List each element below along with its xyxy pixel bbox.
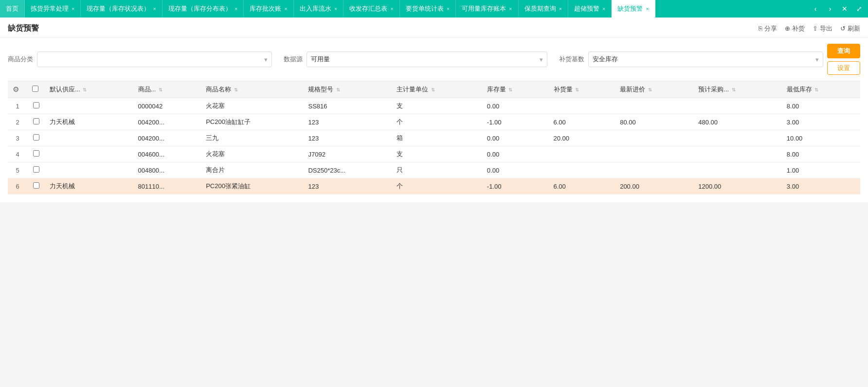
row-number: 6 [8, 178, 27, 194]
close-icon[interactable]: × [390, 6, 393, 12]
cell-latest-price: 200.00 [615, 178, 693, 194]
close-icon[interactable]: × [235, 6, 237, 12]
row-checkbox-cell [27, 146, 45, 162]
cell-spec: 123 [303, 130, 392, 146]
row-checkbox[interactable] [33, 102, 39, 108]
close-icon[interactable]: × [284, 6, 287, 12]
nav-tab-picking[interactable]: 拣货异常处理 × [25, 0, 81, 18]
nav-tab-stock2[interactable]: 现存量（库存分布表） × [163, 0, 244, 18]
close-icon[interactable]: × [559, 6, 562, 12]
close-icon[interactable]: × [509, 6, 512, 12]
header-actions: ⎘ 分享 ⊕ 补货 ⇧ 导出 ↺ 刷新 [759, 24, 860, 33]
sort-icon: ⇅ [732, 87, 736, 92]
cell-name: PC200张紧油缸 [201, 178, 303, 194]
category-select[interactable]: ▾ [37, 52, 272, 67]
select-all-checkbox[interactable] [32, 86, 38, 92]
column-stock[interactable]: 库存量 ⇅ [482, 81, 549, 98]
nav-tab-expiry[interactable]: 保质期查询 × [519, 0, 568, 18]
sort-icon: ⇅ [575, 87, 579, 92]
nav-prev-button[interactable]: ‹ [809, 2, 822, 16]
column-replenish[interactable]: 补货量 ⇅ [549, 81, 615, 98]
table-header-row: ⚙ 默认供应... ⇅ 商品... ⇅ 商品名称 ⇅ [8, 81, 860, 98]
nav-tab-overstock[interactable]: 超储预警 × [568, 0, 612, 18]
nav-tab-batch[interactable]: 库存批次账 × [244, 0, 293, 18]
cell-est-purchase [693, 98, 782, 114]
nav-tab-shortage[interactable]: 缺货预警 × [612, 0, 655, 18]
filter-group-datasource: 数据源 可用量 ▾ [284, 52, 548, 67]
close-icon[interactable]: × [72, 6, 74, 12]
main-content: 缺货预警 ⎘ 分享 ⊕ 补货 ⇧ 导出 ↺ 刷新 商品分类 [0, 18, 868, 202]
column-unit[interactable]: 主计量单位 ⇅ [392, 81, 482, 98]
cell-code: 004800... [133, 162, 201, 178]
nav-tab-summary[interactable]: 收发存汇总表 × [344, 0, 399, 18]
cell-min-stock: 8.00 [782, 98, 860, 114]
nav-tab-home[interactable]: 首页 [0, 0, 25, 18]
cell-min-stock: 10.00 [782, 130, 860, 146]
cell-replenish: 6.00 [549, 178, 615, 194]
column-latest-price[interactable]: 最新进价 ⇅ [615, 81, 693, 98]
row-checkbox[interactable] [33, 150, 39, 157]
export-button[interactable]: ⇧ 导出 [813, 24, 832, 33]
chevron-down-icon: ▾ [540, 56, 543, 63]
nav-tab-order[interactable]: 要货单统计表 × [400, 0, 456, 18]
close-icon[interactable]: × [602, 6, 605, 12]
cell-supplier [45, 98, 133, 114]
column-spec[interactable]: 规格型号 ⇅ [303, 81, 392, 98]
nav-bar: 首页 拣货异常处理 × 现存量（库存状况表） × 现存量（库存分布表） × 库存… [0, 0, 868, 18]
sort-icon: ⇅ [508, 87, 512, 92]
table-row: 4 004600... 火花塞 J7092 支 0.00 8.00 [8, 146, 860, 162]
datasource-select[interactable]: 可用量 ▾ [307, 52, 548, 67]
cell-latest-price [615, 162, 693, 178]
cell-stock: 0.00 [482, 162, 549, 178]
column-name[interactable]: 商品名称 ⇅ [201, 81, 303, 98]
chevron-down-icon: ▾ [815, 56, 819, 63]
cell-supplier: 力天机械 [45, 178, 133, 194]
close-icon[interactable]: × [334, 6, 337, 12]
sort-icon: ⇅ [431, 87, 435, 92]
row-checkbox[interactable] [33, 182, 39, 189]
export-icon: ⇧ [813, 25, 818, 32]
close-icon[interactable]: × [646, 6, 649, 12]
replenish-button[interactable]: ⊕ 补货 [785, 24, 805, 33]
cell-spec: 123 [303, 114, 392, 130]
nav-tab-flow[interactable]: 出入库流水 × [294, 0, 344, 18]
row-checkbox[interactable] [33, 134, 39, 141]
page-title: 缺货预警 [8, 23, 759, 34]
cell-code: 004600... [133, 146, 201, 162]
query-button[interactable]: 查询 [827, 44, 860, 58]
nav-close-button[interactable]: ✕ [838, 2, 851, 16]
replenish-value: 安全库存 [593, 55, 618, 64]
cell-replenish [549, 146, 615, 162]
sort-icon: ⇅ [814, 87, 818, 92]
table-row: 5 004800... 离合片 DS250*23c... 只 0.00 1.00 [8, 162, 860, 178]
column-code[interactable]: 商品... ⇅ [133, 81, 201, 98]
nav-expand-button[interactable]: ⤢ [852, 2, 866, 16]
row-checkbox-cell [27, 178, 45, 194]
share-button[interactable]: ⎘ 分享 [759, 24, 777, 33]
cell-unit: 箱 [392, 130, 482, 146]
cell-min-stock: 3.00 [782, 178, 860, 194]
settings-button[interactable]: 设置 [827, 61, 860, 75]
column-checkbox [27, 81, 45, 98]
cell-name: 三九 [201, 130, 303, 146]
refresh-button[interactable]: ↺ 刷新 [840, 24, 860, 33]
replenish-icon: ⊕ [785, 25, 790, 32]
nav-next-button[interactable]: › [823, 2, 837, 16]
row-number: 5 [8, 162, 27, 178]
row-checkbox[interactable] [33, 118, 39, 124]
close-icon[interactable]: × [153, 6, 156, 12]
nav-tab-stock1[interactable]: 现存量（库存状况表） × [81, 0, 162, 18]
cell-replenish [549, 98, 615, 114]
chevron-down-icon: ▾ [264, 56, 268, 63]
close-icon[interactable]: × [447, 6, 450, 12]
column-supplier[interactable]: 默认供应... ⇅ [45, 81, 133, 98]
cell-min-stock: 8.00 [782, 146, 860, 162]
cell-latest-price [615, 146, 693, 162]
column-est-purchase[interactable]: 预计采购... ⇅ [693, 81, 782, 98]
column-settings[interactable]: ⚙ [8, 81, 27, 98]
replenish-select[interactable]: 安全库存 ▾ [588, 52, 823, 67]
nav-tab-available[interactable]: 可用量库存账本 × [456, 0, 518, 18]
row-checkbox[interactable] [33, 166, 39, 173]
column-min-stock[interactable]: 最低库存 ⇅ [782, 81, 860, 98]
sort-icon: ⇅ [83, 87, 87, 92]
